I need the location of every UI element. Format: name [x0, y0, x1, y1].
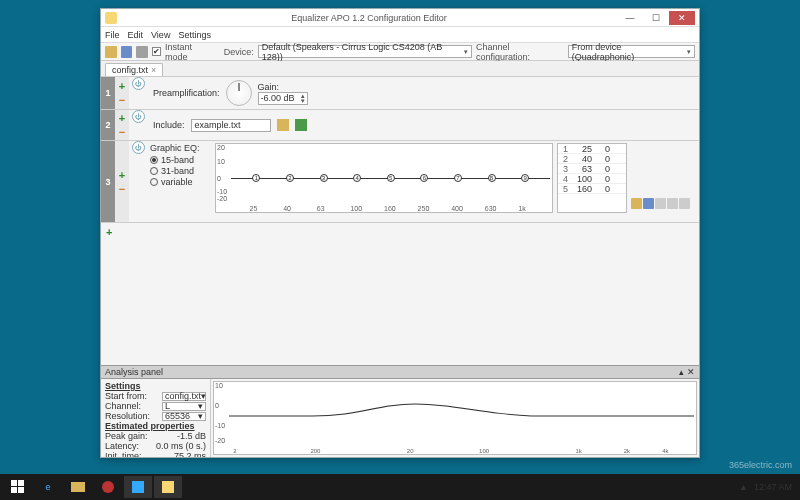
channel-config-label: Channel configuration:	[476, 42, 564, 62]
add-icon[interactable]: +	[119, 169, 125, 181]
taskbar-app-icon[interactable]	[94, 476, 122, 498]
gain-label: Gain:	[258, 82, 308, 92]
instant-mode-checkbox[interactable]: ✔	[152, 47, 161, 56]
clock[interactable]: 12:47 AM	[754, 482, 792, 492]
app-window: Equalizer APO 1.2 Configuration Editor —…	[100, 8, 700, 458]
power-toggle[interactable]: ⏻	[132, 110, 145, 123]
arrow-up-icon[interactable]	[295, 119, 307, 131]
remove-icon[interactable]: −	[119, 94, 125, 106]
undo-icon[interactable]	[136, 46, 148, 58]
instant-mode-label: Instant mode	[165, 42, 216, 62]
resolution-select[interactable]: 65536▾	[162, 412, 206, 421]
channel-select[interactable]: L▾	[162, 402, 206, 411]
close-button[interactable]: ✕	[669, 11, 695, 25]
open-icon[interactable]	[105, 46, 117, 58]
save-icon[interactable]	[121, 46, 133, 58]
eq-point[interactable]: 7	[454, 174, 462, 182]
include-file-input[interactable]: example.txt	[191, 119, 271, 132]
system-tray[interactable]: ▲ 12:47 AM	[739, 482, 796, 492]
eq-band-table[interactable]: 1250 2400 3630 41000 51600	[557, 143, 627, 213]
gain-knob[interactable]	[226, 80, 252, 106]
add-icon[interactable]: +	[106, 226, 112, 238]
eq-point[interactable]: 8	[488, 174, 496, 182]
invert-icon[interactable]	[667, 198, 678, 209]
graphic-eq-label: Graphic EQ:	[150, 143, 211, 153]
power-toggle[interactable]: ⏻	[132, 141, 145, 154]
export-icon[interactable]	[643, 198, 654, 209]
taskbar-ie-icon[interactable]: e	[34, 476, 62, 498]
content-area: 1 + − ⏻ Preamplification: Gain: -6.00 dB…	[101, 77, 699, 457]
row-handle: + −	[115, 141, 129, 222]
tray-icon[interactable]: ▲	[739, 482, 748, 492]
eq-point[interactable]: 5	[387, 174, 395, 182]
menu-settings[interactable]: Settings	[178, 30, 211, 40]
app-icon	[105, 12, 117, 24]
tab-close-icon[interactable]: ×	[151, 65, 156, 75]
analysis-panel: Settings Start from:config.txt▾ Channel:…	[101, 379, 699, 457]
toolbar: ✔ Instant mode Device: Default (Speakers…	[101, 43, 699, 61]
estimated-heading: Estimated properties	[105, 421, 206, 431]
eq-point[interactable]: 4	[353, 174, 361, 182]
preamp-label: Preamplification:	[153, 88, 220, 98]
start-from-select[interactable]: config.txt▾	[162, 392, 206, 401]
menu-edit[interactable]: Edit	[128, 30, 144, 40]
device-select[interactable]: Default (Speakers - Cirrus Logic CS4208 …	[258, 45, 472, 58]
include-label: Include:	[153, 120, 185, 130]
remove-icon[interactable]: −	[119, 126, 125, 138]
window-title: Equalizer APO 1.2 Configuration Editor	[121, 13, 617, 23]
radio-31band[interactable]: 31-band	[150, 166, 211, 176]
import-icon[interactable]	[631, 198, 642, 209]
eq-point[interactable]: 9	[521, 174, 529, 182]
table-row: 2400	[558, 154, 626, 164]
menu-view[interactable]: View	[151, 30, 170, 40]
minimize-button[interactable]: —	[617, 11, 643, 25]
add-icon[interactable]: +	[119, 112, 125, 124]
start-button[interactable]	[4, 476, 32, 498]
filter-row-3: 3 + − ⏻ Graphic EQ: 15-band 31-band vari…	[101, 141, 699, 223]
chevron-down-icon: ▾	[687, 49, 691, 54]
analysis-graph[interactable]: 10 0 -10 -20 2 200 20 100 1k 2k 4k	[213, 381, 697, 455]
gain-spinbox[interactable]: -6.00 dB ▴▾	[258, 92, 308, 105]
radio-variable[interactable]: variable	[150, 177, 211, 187]
table-row: 51600	[558, 184, 626, 194]
cpu-usage-value: 1.7 % (one core)	[148, 456, 206, 457]
power-toggle[interactable]: ⏻	[132, 77, 145, 90]
chevron-down-icon: ▾	[464, 49, 468, 54]
radio-15band[interactable]: 15-band	[150, 155, 211, 165]
menu-file[interactable]: File	[105, 30, 120, 40]
row-handle: + −	[115, 110, 129, 140]
normalize-icon[interactable]	[679, 198, 690, 209]
device-label: Device:	[224, 47, 254, 57]
table-row: 3630	[558, 164, 626, 174]
add-icon[interactable]: +	[119, 80, 125, 92]
eq-point[interactable]: 1	[252, 174, 260, 182]
taskbar-app-icon[interactable]	[124, 476, 152, 498]
row-number: 1	[101, 77, 115, 109]
taskbar-equalizer-icon[interactable]	[154, 476, 182, 498]
close-panel-icon[interactable]: ✕	[687, 367, 695, 377]
eq-point[interactable]: 6	[420, 174, 428, 182]
eq-point[interactable]: 3	[320, 174, 328, 182]
eq-point[interactable]: 2	[286, 174, 294, 182]
taskbar[interactable]: e ▲ 12:47 AM	[0, 474, 800, 500]
maximize-button[interactable]: ☐	[643, 11, 669, 25]
reset-icon[interactable]	[655, 198, 666, 209]
channel-config-select[interactable]: From device (Quadraphonic)▾	[568, 45, 695, 58]
settings-heading: Settings	[105, 381, 206, 391]
titlebar[interactable]: Equalizer APO 1.2 Configuration Editor —…	[101, 9, 699, 27]
analysis-header[interactable]: Analysis panel ▴ ✕	[101, 365, 699, 379]
filter-row-2: 2 + − ⏻ Include: example.txt	[101, 110, 699, 141]
eq-graph[interactable]: 20 10 0 -10 -20 1 2 3 4 5 6 7 8 9 25 40 …	[215, 143, 553, 213]
tab-config[interactable]: config.txt ×	[105, 63, 163, 76]
add-filter-row: +	[101, 223, 699, 241]
analysis-title: Analysis panel	[105, 367, 163, 377]
chevron-down-icon[interactable]: ▾	[301, 98, 305, 103]
taskbar-explorer-icon[interactable]	[64, 476, 92, 498]
folder-icon[interactable]	[277, 119, 289, 131]
row-number: 2	[101, 110, 115, 140]
collapse-icon[interactable]: ▴	[679, 367, 684, 377]
watermark: 365electric.com	[729, 460, 792, 470]
tabbar: config.txt ×	[101, 61, 699, 77]
remove-icon[interactable]: −	[119, 183, 125, 195]
row-handle: + −	[115, 77, 129, 109]
